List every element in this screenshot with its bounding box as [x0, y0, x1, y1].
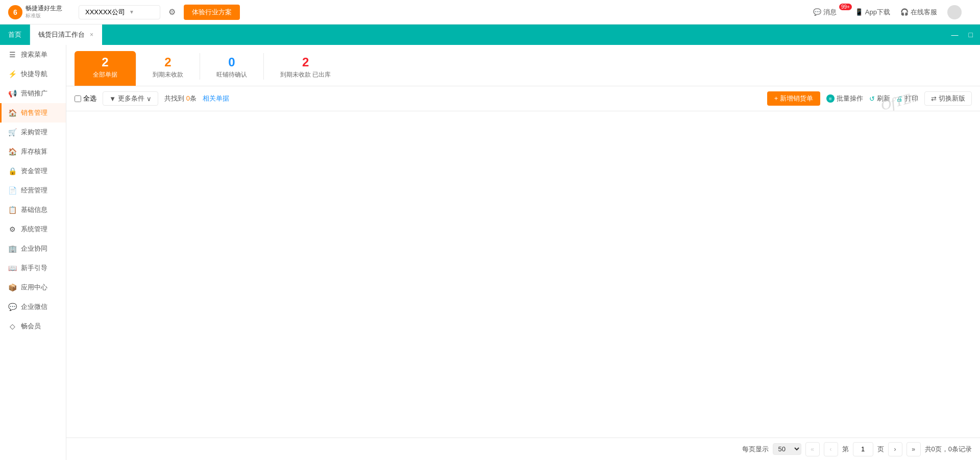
pagination-bar: 每页显示 50 100 200 « ‹ 第 页 › » 共0页，0条记录: [66, 438, 980, 460]
page-suffix-label: 页: [877, 445, 884, 454]
sidebar-label-purchase: 采购管理: [21, 128, 47, 137]
stat-label-pending: 旺铺待确认: [216, 70, 247, 79]
found-number: 0: [186, 94, 190, 102]
refresh-icon: ↺: [869, 95, 875, 103]
basic-icon: 📋: [8, 205, 17, 214]
tab-home-label: 首页: [8, 30, 21, 39]
stat-tab-all[interactable]: 2 全部单据: [75, 51, 136, 86]
tab-controls: — □: [944, 25, 980, 45]
logo-icon: 6: [8, 5, 22, 19]
sidebar-label-basic: 基础信息: [21, 205, 47, 214]
sidebar-label-search: 搜索菜单: [21, 50, 47, 59]
toolbar-right: + 新增销货单 ≡ 批量操作 ↺ 刷新 🖨 打印 ⇄ 切换新版: [767, 91, 972, 106]
last-page-button[interactable]: »: [906, 442, 921, 456]
top-right-actions: 💬 消息 99+ 📱 App下载 🎧 在线客服: [813, 5, 972, 19]
trial-button[interactable]: 体验行业方案: [184, 5, 240, 20]
batch-icon: ≡: [826, 94, 835, 103]
prev-page-button[interactable]: ‹: [824, 442, 838, 456]
company-selector[interactable]: XXXXXX公司 ▼: [79, 5, 160, 19]
avatar[interactable]: [947, 5, 962, 19]
sidebar-label-operations: 经营管理: [21, 186, 47, 195]
sales-icon: 🏠: [8, 108, 17, 117]
chevron-down-icon: ▼: [129, 9, 134, 15]
logo-area: 6 畅捷通好生意 标准版: [8, 5, 75, 20]
sidebar-item-inventory[interactable]: 🏠 库存核算: [0, 142, 66, 161]
print-button[interactable]: 🖨 打印: [896, 94, 918, 103]
app-download-button[interactable]: 📱 App下载: [855, 8, 890, 17]
sidebar-label-marketing: 营销推广: [21, 89, 47, 98]
sidebar-label-finance: 资金管理: [21, 166, 47, 176]
page-number-input[interactable]: [853, 442, 873, 456]
sidebar-item-operations[interactable]: 📄 经营管理: [0, 181, 66, 200]
related-docs-link[interactable]: 相关单据: [203, 94, 229, 103]
refresh-button[interactable]: ↺ 刷新: [869, 94, 890, 103]
stat-label-all: 全部单据: [93, 70, 117, 79]
batch-action-button[interactable]: ≡ 批量操作: [826, 94, 863, 103]
enterprise-icon: 🏢: [8, 244, 17, 253]
message-button[interactable]: 💬 消息 99+: [813, 8, 845, 17]
marketing-icon: 📢: [8, 89, 17, 98]
per-page-select[interactable]: 50 100 200: [773, 443, 801, 455]
sidebar-item-app-center[interactable]: 📦 应用中心: [0, 278, 66, 297]
company-name: XXXXXX公司: [85, 8, 125, 17]
sidebar-item-system[interactable]: ⚙ 系统管理: [0, 220, 66, 239]
tab-workbench[interactable]: 钱货日清工作台 ×: [30, 25, 102, 45]
stat-tab-overdue[interactable]: 2 到期未收款: [136, 51, 200, 86]
tab-close-icon[interactable]: ×: [90, 31, 93, 38]
tab-workbench-label: 钱货日清工作台: [38, 30, 85, 39]
main-layout: ☰ 搜索菜单 ⚡ 快捷导航 📢 营销推广 🏠 销售管理 🛒 采购管理 🏠 库存核…: [0, 45, 980, 460]
add-sales-order-button[interactable]: + 新增销货单: [767, 91, 820, 106]
online-service-label: 在线客服: [911, 8, 937, 17]
search-menu-icon: ☰: [8, 50, 17, 59]
member-icon: ◇: [8, 322, 17, 331]
stat-label-shipped: 到期未收款 已出库: [280, 70, 331, 79]
next-page-button[interactable]: ›: [888, 442, 902, 456]
tab-collapse-button[interactable]: —: [948, 30, 962, 40]
message-icon: 💬: [813, 8, 821, 16]
sidebar-label-sales: 销售管理: [21, 108, 47, 117]
settings-icon[interactable]: ⚙: [166, 5, 178, 19]
sidebar-item-purchase[interactable]: 🛒 采购管理: [0, 123, 66, 142]
page-prefix-label: 第: [842, 445, 849, 454]
sidebar-item-sales[interactable]: 🏠 销售管理: [0, 103, 66, 123]
batch-label: 批量操作: [837, 94, 863, 103]
per-page-label: 每页显示: [742, 445, 769, 454]
filter-icon: ▼: [109, 95, 116, 103]
filter-button[interactable]: ▼ 更多条件 ∨: [103, 91, 158, 106]
sidebar-label-quick-nav: 快捷导航: [21, 69, 47, 79]
sidebar-item-guide[interactable]: 📖 新手引导: [0, 258, 66, 278]
first-page-button[interactable]: «: [805, 442, 820, 456]
table-area: [66, 111, 980, 438]
sidebar-label-guide: 新手引导: [21, 263, 47, 273]
quick-nav-icon: ⚡: [8, 69, 17, 79]
operations-icon: 📄: [8, 186, 17, 195]
tab-bar: 首页 钱货日清工作台 × — □: [0, 25, 980, 45]
stats-tabs: 2 全部单据 2 到期未收款 0 旺铺待确认 2 到期未收款 已出库: [66, 45, 980, 86]
sidebar-item-finance[interactable]: 🔒 资金管理: [0, 161, 66, 181]
online-service-button[interactable]: 🎧 在线客服: [900, 8, 937, 17]
wechat-icon: 💬: [8, 302, 17, 311]
message-badge: 99+: [839, 4, 852, 10]
sidebar-label-member: 畅会员: [21, 322, 41, 331]
sidebar-item-quick-nav[interactable]: ⚡ 快捷导航: [0, 64, 66, 84]
content-area: 2 全部单据 2 到期未收款 0 旺铺待确认 2 到期未收款 已出库: [66, 45, 980, 460]
sidebar-item-basic[interactable]: 📋 基础信息: [0, 200, 66, 220]
sidebar-item-search[interactable]: ☰ 搜索菜单: [0, 45, 66, 64]
switch-version-button[interactable]: ⇄ 切换新版: [924, 91, 972, 106]
sidebar-item-wechat[interactable]: 💬 企业微信: [0, 297, 66, 317]
sidebar-item-member[interactable]: ◇ 畅会员: [0, 317, 66, 336]
service-icon: 🎧: [900, 8, 909, 16]
tab-expand-button[interactable]: □: [966, 30, 976, 40]
stat-tab-pending[interactable]: 0 旺铺待确认: [200, 51, 263, 86]
filter-label: 更多条件: [118, 94, 144, 103]
download-icon: 📱: [855, 8, 863, 16]
sidebar-item-enterprise[interactable]: 🏢 企业协同: [0, 239, 66, 258]
select-all-checkbox[interactable]: 全选: [75, 94, 96, 103]
toolbar: 全选 ▼ 更多条件 ∨ 共找到 0条 相关单据 + 新增销货单 ≡ 批量操作 ↺…: [66, 86, 980, 111]
tab-home[interactable]: 首页: [0, 25, 30, 45]
stat-label-overdue: 到期未收款: [153, 70, 183, 79]
stat-tab-shipped[interactable]: 2 到期未收款 已出库: [264, 51, 347, 86]
sidebar-item-marketing[interactable]: 📢 营销推广: [0, 84, 66, 103]
app-center-icon: 📦: [8, 283, 17, 292]
select-all-input[interactable]: [75, 95, 81, 102]
